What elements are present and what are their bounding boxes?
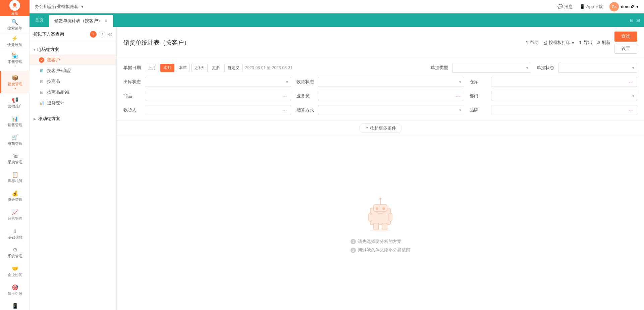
sidebar-item-quick-nav[interactable]: ⚡ 快捷导航 bbox=[0, 34, 30, 49]
scheme-item-by-customer[interactable]: ✓ 按客户 bbox=[30, 55, 116, 65]
sidebar-search-label: 搜索菜单 bbox=[7, 26, 22, 31]
table-icon: ⊟ bbox=[39, 79, 44, 84]
collapse-scheme-button[interactable]: ≪ bbox=[107, 32, 112, 37]
warehouse-select[interactable]: ··· bbox=[491, 77, 637, 87]
scheme-item-return-stats-label: 退货统计 bbox=[47, 100, 64, 106]
date-btn-this-month[interactable]: 本月 bbox=[160, 64, 174, 72]
tab-minimize-icon[interactable]: ⊟ bbox=[630, 18, 634, 23]
tip-text-2: 用过滤条件来缩小分析范围 bbox=[358, 247, 410, 253]
retail-label: 零售管理 bbox=[8, 59, 22, 64]
settlement-select[interactable]: ▾ bbox=[318, 105, 464, 115]
salesperson-select[interactable]: ··· bbox=[318, 91, 464, 101]
help-button[interactable]: ? 帮助 bbox=[526, 40, 539, 46]
settings-button[interactable]: 设置 bbox=[614, 44, 637, 54]
purchase-label: 采购管理 bbox=[8, 160, 22, 165]
date-btn-custom[interactable]: 自定义 bbox=[224, 64, 243, 72]
receiver-select[interactable]: ··· bbox=[145, 105, 291, 115]
main-area: 办公用品行业模拟账套 ▾ 💬 消息 📱 App下载 Ea demo2 ▾ 首页 … bbox=[30, 0, 644, 310]
sidebar-item-enterprise[interactable]: 🤝 企业协同 bbox=[0, 262, 30, 281]
sidebar-item-purchase[interactable]: 🛍 采购管理 bbox=[0, 150, 30, 168]
dropdown-arrow[interactable]: ▾ bbox=[81, 4, 84, 9]
query-button[interactable]: 查询 bbox=[614, 32, 637, 42]
help-icon: ? bbox=[526, 40, 529, 45]
collapse-more-button[interactable]: ⌃ 收起更多条件 bbox=[359, 123, 402, 133]
refresh-button[interactable]: ↺ 刷新 bbox=[596, 40, 610, 46]
date-btn-this-year[interactable]: 本年 bbox=[176, 64, 190, 72]
receiver-dots: ··· bbox=[282, 108, 288, 113]
scheme-item-by-product99-label: 按商品品99 bbox=[47, 89, 69, 95]
page-title: 销货单统计表（按客户） bbox=[123, 39, 190, 47]
sidebar-item-finance[interactable]: 💰 资金管理 bbox=[0, 187, 30, 206]
sidebar-item-sales[interactable]: 📊 销售管理 bbox=[0, 112, 30, 131]
date-range-display: 2023-03-01 至 2023-03-31 bbox=[245, 65, 292, 71]
date-filter: 上月 本月 本年 近7天 更多 自定义 2023-03-01 至 2023-03… bbox=[145, 64, 425, 72]
sidebar-item-system[interactable]: ⚙ 系统管理 bbox=[0, 243, 30, 262]
sidebar-item-new-guide[interactable]: 🎯 新手引导 bbox=[0, 281, 30, 300]
date-btn-last-month[interactable]: 上月 bbox=[145, 64, 159, 72]
scheme-item-by-product99[interactable]: ⊟ 按商品品99 bbox=[30, 87, 116, 98]
sidebar-item-basic-info[interactable]: ℹ 基础信息 bbox=[0, 224, 30, 243]
filter-row-4: 收货人 ··· 结算方式 ▾ 品牌 bbox=[123, 105, 637, 115]
receipt-status-select[interactable]: ▾ bbox=[318, 77, 464, 87]
marketing-label: 营销推广 bbox=[8, 104, 22, 109]
date-btn-more[interactable]: 更多 bbox=[209, 64, 223, 72]
scheme-item-by-customer-product[interactable]: ⊞ 按客户+商品 bbox=[30, 65, 116, 76]
sidebar-item-operations[interactable]: 📈 经营管理 bbox=[0, 206, 30, 224]
app-download-icon: 📱 bbox=[580, 4, 585, 9]
brand-dots: ··· bbox=[629, 108, 634, 113]
date-btn-7days[interactable]: 近7天 bbox=[191, 64, 208, 72]
app-download-action[interactable]: 📱 App下载 bbox=[580, 4, 603, 10]
out-status-select[interactable]: ▾ bbox=[145, 77, 291, 87]
print-button[interactable]: 🖨 按模板打印 ▾ bbox=[543, 40, 574, 46]
sidebar-item-search[interactable]: 🔍 搜索菜单 bbox=[0, 16, 30, 34]
product-dots: ··· bbox=[282, 94, 288, 99]
new-guide-label: 新手引导 bbox=[8, 291, 22, 296]
purchase-icon: 🛍 bbox=[12, 153, 18, 159]
doc-status-select[interactable]: ▾ bbox=[558, 63, 637, 73]
sidebar-item-inventory[interactable]: 📋 库存核算 bbox=[0, 168, 30, 187]
scheme-item-return-stats[interactable]: 📊 退货统计 bbox=[30, 98, 116, 108]
right-content: 销货单统计表（按客户） ? 帮助 🖨 按模板打印 ▾ ⬆ 导出 bbox=[117, 27, 644, 310]
sidebar-item-marketing[interactable]: 📢 营销推广 bbox=[0, 93, 30, 112]
svg-rect-2 bbox=[374, 205, 387, 211]
tab-home-label: 首页 bbox=[35, 17, 44, 23]
user-profile[interactable]: Ea demo2 ▾ bbox=[609, 2, 639, 11]
tab-maximize-icon[interactable]: ⊞ bbox=[636, 18, 640, 23]
tab-current[interactable]: 销货单统计表（按客户） ✕ bbox=[49, 15, 113, 27]
salesperson-label: 业务员 bbox=[297, 93, 315, 99]
empty-tips: 1 请先选择要分析的方案 2 用过滤条件来缩小分析范围 bbox=[351, 239, 410, 253]
doc-type-select[interactable]: ▾ bbox=[452, 63, 531, 73]
message-action[interactable]: 💬 消息 bbox=[557, 4, 573, 10]
refresh-scheme-button[interactable]: ↺ bbox=[99, 31, 105, 38]
product-filter-item: 商品 ··· bbox=[123, 91, 291, 101]
tab-current-label: 销货单统计表（按客户） bbox=[54, 18, 102, 24]
content-area: 按以下方案查询 + ↺ ≪ ▾ 电脑端方案 ✓ 按客户 ⊞ bbox=[30, 27, 644, 310]
add-scheme-button[interactable]: + bbox=[90, 31, 97, 38]
breadcrumb: 办公用品行业模拟账套 ▾ bbox=[35, 4, 84, 10]
inventory-label: 库存核算 bbox=[8, 178, 22, 184]
scheme-item-by-product[interactable]: ⊟ 按商品 bbox=[30, 76, 116, 87]
date-filter-item: 单据日期 上月 本月 本年 近7天 更多 自定义 2023-03-01 至 20… bbox=[123, 64, 425, 72]
app-download-label: App下载 bbox=[586, 4, 603, 10]
export-button[interactable]: ⬆ 导出 bbox=[578, 40, 592, 46]
mobile-group-title[interactable]: ▶ 移动端方案 bbox=[30, 114, 116, 124]
svg-point-3 bbox=[376, 207, 378, 210]
sidebar-item-retail[interactable]: 🏪 零售管理 ▾ bbox=[0, 49, 30, 71]
desktop-group-title[interactable]: ▾ 电脑端方案 bbox=[30, 45, 116, 55]
wholesale-icon: 📦 bbox=[12, 74, 18, 81]
product-select[interactable]: ··· bbox=[145, 91, 291, 101]
brand-select[interactable]: ··· bbox=[491, 105, 637, 115]
sidebar-item-app-center[interactable]: 📱 应用中心 bbox=[0, 300, 30, 310]
sidebar-item-wholesale[interactable]: 📦 批发管理 ▴ bbox=[0, 71, 30, 93]
svg-point-10 bbox=[379, 198, 381, 200]
settlement-label: 结算方式 bbox=[297, 107, 315, 113]
new-guide-icon: 🎯 bbox=[12, 284, 18, 291]
warehouse-dots: ··· bbox=[629, 80, 634, 85]
tab-home[interactable]: 首页 bbox=[30, 13, 49, 27]
marketing-icon: 📢 bbox=[12, 97, 18, 103]
sidebar-item-ecommerce[interactable]: 🛒 电商管理 bbox=[0, 131, 30, 150]
empty-tip-1: 1 请先选择要分析的方案 bbox=[351, 239, 410, 245]
search-icon: 🔍 bbox=[11, 19, 18, 25]
tab-close-icon[interactable]: ✕ bbox=[104, 18, 108, 23]
department-select[interactable]: ▾ bbox=[491, 91, 637, 101]
